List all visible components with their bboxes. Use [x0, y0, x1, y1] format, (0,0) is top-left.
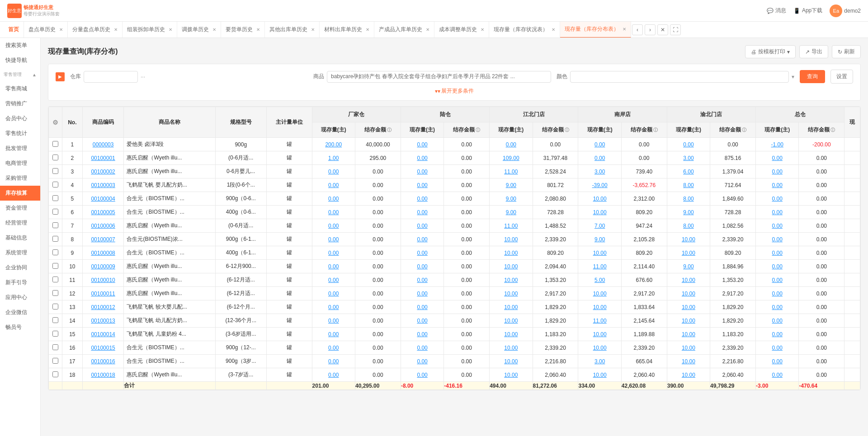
- info-icon[interactable]: ⓘ: [830, 127, 835, 132]
- cell-checkbox[interactable]: [49, 206, 62, 219]
- sidebar-item-enterprise[interactable]: 企业协同: [0, 260, 40, 275]
- footer-empty1: [49, 382, 62, 390]
- cell-checkbox[interactable]: [49, 246, 62, 260]
- close-icon[interactable]: ✕: [114, 27, 118, 32]
- expand-conditions-btn[interactable]: ▾▾ 展开更多条件: [435, 87, 474, 95]
- warehouse-input[interactable]: [84, 71, 138, 83]
- sidebar-item-purchase[interactable]: 采购管理: [0, 171, 40, 186]
- cell-spec: 0-6月婴儿...: [215, 165, 266, 178]
- tab-home[interactable]: 首页: [4, 22, 24, 38]
- user-profile[interactable]: Ea demo2: [830, 5, 861, 17]
- tab-purchase-history[interactable]: 要货单历史 ✕: [221, 22, 265, 38]
- tab-finished-goods-inbound-history[interactable]: 产成品入库单历史 ✕: [374, 22, 434, 38]
- sidebar-item-operation[interactable]: 经营管理: [0, 216, 40, 230]
- sidebar-item-member[interactable]: 会员中心: [0, 111, 40, 126]
- table-row: 11 00100010 惠氏启醒（Wyeth illu... (6-12月适..…: [49, 273, 860, 287]
- sidebar-item-finance[interactable]: 资金管理: [0, 201, 40, 216]
- cell-checkbox[interactable]: [49, 355, 62, 368]
- cell-checkbox[interactable]: [49, 165, 62, 178]
- cell-yubeimen-amount: 712.64: [710, 178, 756, 192]
- sidebar-item-ecommerce[interactable]: 电商管理: [0, 156, 40, 171]
- info-icon[interactable]: ⓘ: [653, 127, 658, 132]
- close-icon[interactable]: ✕: [623, 27, 626, 32]
- cell-wuhan-amount: 0.00: [444, 138, 490, 151]
- cell-checkbox[interactable]: [49, 178, 62, 192]
- sidebar-item-basic-info[interactable]: 基础信息: [0, 230, 40, 245]
- info-icon[interactable]: ⓘ: [387, 127, 392, 132]
- tab-prev-btn[interactable]: ‹: [632, 24, 643, 35]
- cell-checkbox[interactable]: [49, 233, 62, 246]
- cell-checkbox[interactable]: [49, 314, 62, 328]
- table-row: 12 00100011 惠氏启醒（Wyeth illu... (6-12月适..…: [49, 287, 860, 300]
- cell-nanan-stock: 3.00: [578, 355, 621, 368]
- close-icon[interactable]: ✕: [256, 27, 260, 32]
- cell-checkbox[interactable]: [49, 287, 62, 300]
- color-dropdown-icon[interactable]: ▾: [792, 74, 794, 80]
- tab-inventory-list-history[interactable]: 盘点单历史 ✕: [24, 22, 68, 38]
- tab-partition-inventory-history[interactable]: 分量盘点单历史 ✕: [68, 22, 123, 38]
- cell-checkbox[interactable]: [49, 219, 62, 233]
- cell-unit: 罐: [266, 287, 312, 300]
- cell-nanan-stock: 0.00: [578, 138, 621, 151]
- export-btn[interactable]: ↗ 导出: [799, 45, 828, 58]
- goods-input[interactable]: [327, 71, 551, 83]
- tab-transfer-history[interactable]: 调拨单历史 ✕: [177, 22, 221, 38]
- cell-checkbox[interactable]: [49, 341, 62, 355]
- cell-nanan-amount: 947.24: [621, 219, 667, 233]
- info-icon[interactable]: ⓘ: [565, 127, 569, 132]
- settings-icon[interactable]: ⚙: [52, 119, 58, 126]
- message-btn[interactable]: 💬 消息: [767, 7, 786, 14]
- table-row: 13 00100012 飞鹤星飞帆 较大婴儿配... (6-12个月... 罐 …: [49, 300, 860, 314]
- cell-no: 2: [62, 151, 83, 165]
- close-icon[interactable]: ✕: [426, 27, 429, 32]
- close-icon[interactable]: ✕: [212, 27, 216, 32]
- close-icon[interactable]: ✕: [552, 27, 555, 32]
- cell-checkbox[interactable]: [49, 328, 62, 341]
- close-icon[interactable]: ✕: [366, 27, 369, 32]
- sidebar-item-wechat[interactable]: 企业微信: [0, 305, 40, 320]
- print-btn[interactable]: 🖨 按模板打印 ▾: [745, 45, 796, 58]
- cell-checkbox[interactable]: [49, 300, 62, 314]
- sidebar-item-marketing[interactable]: 营销推广: [0, 96, 40, 111]
- tab-close-all-btn[interactable]: ✕: [657, 24, 668, 35]
- sidebar-item-retail-store[interactable]: 零售商城: [0, 81, 40, 96]
- info-icon[interactable]: ⓘ: [742, 127, 746, 132]
- collapse-arrow[interactable]: ▶: [56, 72, 65, 81]
- cell-jiangbei-amount: 2,339.20: [533, 341, 578, 355]
- close-icon[interactable]: ✕: [311, 27, 315, 32]
- tab-next-btn[interactable]: ›: [645, 24, 656, 35]
- sidebar-item-system[interactable]: 系统管理: [0, 245, 40, 260]
- cell-jiangbei-stock: 11.00: [490, 219, 533, 233]
- cell-checkbox[interactable]: [49, 151, 62, 165]
- ellipsis-icon[interactable]: ···: [141, 74, 145, 80]
- sidebar-item-inventory[interactable]: 库存核算: [0, 186, 40, 201]
- sidebar-item-search[interactable]: 搜索英单: [0, 38, 40, 53]
- sidebar-item-shortcut[interactable]: 快捷导航: [0, 53, 40, 68]
- cell-checkbox[interactable]: [49, 192, 62, 206]
- tab-expand-btn[interactable]: ⛶: [670, 24, 681, 35]
- cell-checkbox[interactable]: [49, 368, 62, 382]
- app-download-btn[interactable]: 📱 App下载: [793, 7, 822, 14]
- tab-disassemble-history[interactable]: 组装拆卸单历史 ✕: [123, 22, 177, 38]
- sidebar-item-changyuan[interactable]: 畅员号: [0, 320, 40, 335]
- close-icon[interactable]: ✕: [481, 27, 484, 32]
- close-icon[interactable]: ✕: [59, 27, 63, 32]
- tab-other-outbound-history[interactable]: 其他出库单历史 ✕: [265, 22, 320, 38]
- tab-cost-adjustment-history[interactable]: 成本调整单历史 ✕: [434, 22, 489, 38]
- sidebar-item-wholesale[interactable]: 批发管理: [0, 141, 40, 156]
- color-input[interactable]: [570, 71, 789, 83]
- sidebar-item-appcenter[interactable]: 应用中心: [0, 290, 40, 305]
- cell-checkbox[interactable]: [49, 260, 62, 273]
- sidebar-item-newguide[interactable]: 新手引导: [0, 275, 40, 290]
- info-icon[interactable]: ⓘ: [476, 127, 480, 132]
- setting-btn[interactable]: 设置: [830, 70, 853, 84]
- cell-checkbox[interactable]: [49, 273, 62, 287]
- query-btn[interactable]: 查询: [800, 70, 825, 83]
- cell-checkbox[interactable]: [49, 138, 62, 151]
- tab-material-outbound-history[interactable]: 材料出库单历史 ✕: [320, 22, 374, 38]
- sidebar-item-retail-stats[interactable]: 零售统计: [0, 126, 40, 141]
- close-icon[interactable]: ✕: [169, 27, 172, 32]
- tab-stock-distribution[interactable]: 现存量（库存分布表） ✕: [560, 22, 631, 38]
- tab-stock-status[interactable]: 现存量（库存状况表） ✕: [489, 22, 560, 38]
- refresh-btn[interactable]: ↻ 刷新: [832, 45, 861, 58]
